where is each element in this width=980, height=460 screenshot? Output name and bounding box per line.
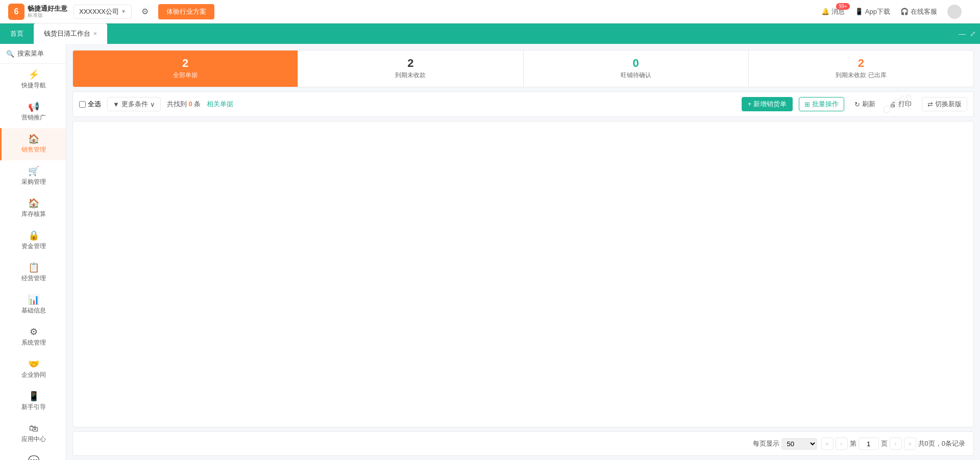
finance-icon: 🔒 [28,231,39,240]
header-right: 🔔 消息 99+ 📱 App下载 🎧 在线客服 [821,5,972,19]
sidebar-item-operation[interactable]: 📋 经营管理 [0,257,66,289]
sidebar-label-sales: 销售管理 [21,146,46,154]
sidebar-label-quick-nav: 快捷导航 [21,81,46,90]
sidebar-item-enterprise[interactable]: 🤝 企业协同 [0,353,66,385]
stat-label-overdue: 到期未收款 [308,71,512,80]
page-size-select: 每页显示 50 10 20 100 [753,438,817,450]
toolbar: 全选 ▼ 更多条件 ∨ 共找到 0 条 相关单据 + 新增销货单 ⊞ 批 [72,91,974,117]
page-prefix: 第 [850,439,856,448]
sidebar-label-inventory: 库存核算 [21,210,46,219]
online-service-action[interactable]: 🎧 在线客服 [900,7,937,16]
sidebar-search[interactable]: 🔍 搜索菜单 [0,44,66,64]
company-selector[interactable]: XXXXXX公司 ▼ [74,5,132,19]
sidebar-item-system[interactable]: ⚙ 系统管理 [0,321,66,353]
message-badge: 99+ [836,3,850,10]
message-action[interactable]: 🔔 消息 99+ [821,7,845,16]
basic-info-icon: 📊 [28,295,39,304]
stat-card-overdue[interactable]: 2 到期未收款 [298,51,523,87]
batch-button[interactable]: ⊞ 批量操作 [799,97,844,111]
refresh-icon: ↻ [854,101,860,108]
print-button[interactable]: 🖨 打印 [886,98,916,111]
sidebar-label-system: 系统管理 [21,338,46,347]
avatar[interactable] [947,5,962,19]
found-count: 0 [189,100,192,108]
select-all-checkbox[interactable]: 全选 [79,100,101,109]
sidebar-label-operation: 经营管理 [21,274,46,283]
pagination: 每页显示 50 10 20 100 « ‹ 第 页 › » 共0页，0条记录 [72,431,974,456]
page-nav: « ‹ 第 页 › » 共0页，0条记录 [821,438,965,450]
next-page-button[interactable]: › [890,438,902,450]
stat-card-all[interactable]: 2 全部单据 [73,51,298,87]
page-input[interactable] [859,438,879,450]
sidebar-item-finance[interactable]: 🔒 资金管理 [0,225,66,257]
filter-button[interactable]: ▼ 更多条件 ∨ [107,97,161,111]
enterprise-icon: 🤝 [28,359,39,369]
last-page-button[interactable]: » [904,438,916,450]
sidebar: 🔍 搜索菜单 ⚡ 快捷导航 📢 营销推广 🏠 销售管理 🛒 采购管理 🏠 库存核… [0,44,66,460]
main-layout: 🔍 搜索菜单 ⚡ 快捷导航 📢 营销推广 🏠 销售管理 🛒 采购管理 🏠 库存核… [0,44,980,460]
tab-bar-actions: — ⤢ [959,30,980,38]
sidebar-label-basic-info: 基础信息 [21,306,46,315]
minimize-icon[interactable]: — [959,30,966,38]
batch-label: 批量操作 [812,100,839,109]
refresh-label: 刷新 [862,100,875,109]
sidebar-item-purchase[interactable]: 🛒 采购管理 [0,160,66,192]
empty-content [73,122,973,427]
filter-icon: ▼ [113,101,119,108]
sidebar-label-marketing: 营销推广 [21,113,46,122]
wechat-icon: 💬 [28,456,39,460]
sidebar-item-inventory[interactable]: 🏠 库存核算 [0,192,66,225]
batch-icon: ⊞ [804,101,810,108]
sidebar-item-marketing[interactable]: 📢 营销推广 [0,96,66,128]
company-name: XXXXXX公司 [79,7,119,16]
switch-icon: ⇄ [927,101,933,108]
found-text: 共找到 0 条 [167,100,201,109]
download-icon: 📱 [855,8,863,15]
stat-card-not-out[interactable]: 2 到期未收款 已出库 [749,51,973,87]
logo-text: 畅捷通好生意 标准版 [28,5,67,19]
new-sale-button[interactable]: + 新增销货单 [742,97,793,111]
stat-label-all: 全部单据 [83,71,287,80]
inventory-icon: 🏠 [28,199,39,208]
top-header: 6 畅捷通好生意 标准版 XXXXXX公司 ▼ ⚙ 体验行业方案 🔔 消息 99… [0,0,980,23]
search-icon: 🔍 [6,50,14,58]
page-suffix: 页 [881,439,888,448]
logo-area: 6 畅捷通好生意 标准版 [8,4,67,20]
logo-icon: 6 [8,4,24,20]
total-text: 共0页，0条记录 [918,439,965,448]
sidebar-item-guide[interactable]: 📱 新手引导 [0,385,66,418]
select-all-input[interactable] [79,101,86,108]
maximize-icon[interactable]: ⤢ [970,30,976,38]
filter-label: 更多条件 [121,100,148,109]
sidebar-label-app-center: 应用中心 [21,435,46,444]
tab-active[interactable]: 钱货日清工作台 × [34,23,107,44]
switch-version-button[interactable]: ⇄ 切换新版 [922,97,967,111]
sidebar-label-guide: 新手引导 [21,403,46,411]
stat-num-pending: 0 [534,58,738,69]
prev-page-button[interactable]: ‹ [836,438,848,450]
app-download-action[interactable]: 📱 App下载 [855,7,890,16]
toolbar-right: + 新增销货单 ⊞ 批量操作 ↻ 刷新 🖨 打印 ⇄ 切换新版 [742,97,967,111]
stat-num-not-out: 2 [759,58,963,69]
refresh-button[interactable]: ↻ 刷新 [850,98,879,111]
sidebar-item-quick-nav[interactable]: ⚡ 快捷导航 [0,64,66,96]
search-label: 搜索菜单 [17,49,44,58]
stat-num-overdue: 2 [308,58,512,69]
related-link[interactable]: 相关单据 [207,100,233,109]
sidebar-item-basic-info[interactable]: 📊 基础信息 [0,289,66,321]
tab-close-icon[interactable]: × [93,30,97,37]
settings-icon[interactable]: ⚙ [138,5,152,19]
sidebar-item-wechat[interactable]: 💬 企业微信 [0,450,66,460]
found-prefix: 共找到 [167,100,187,108]
first-page-button[interactable]: « [821,438,834,450]
toolbar-left: 全选 ▼ 更多条件 ∨ 共找到 0 条 相关单据 [79,97,736,111]
try-industry-button[interactable]: 体验行业方案 [158,4,214,19]
stat-card-pending[interactable]: 0 旺铺待确认 [524,51,749,87]
sidebar-item-sales[interactable]: 🏠 销售管理 [0,128,66,160]
tab-home[interactable]: 首页 [0,23,34,44]
sidebar-label-enterprise: 企业协同 [21,371,46,379]
filter-arrow-icon: ∨ [150,101,155,108]
sidebar-item-app-center[interactable]: 🛍 应用中心 [0,418,66,450]
page-size-dropdown[interactable]: 50 10 20 100 [781,438,817,450]
stat-label-pending: 旺铺待确认 [534,71,738,80]
